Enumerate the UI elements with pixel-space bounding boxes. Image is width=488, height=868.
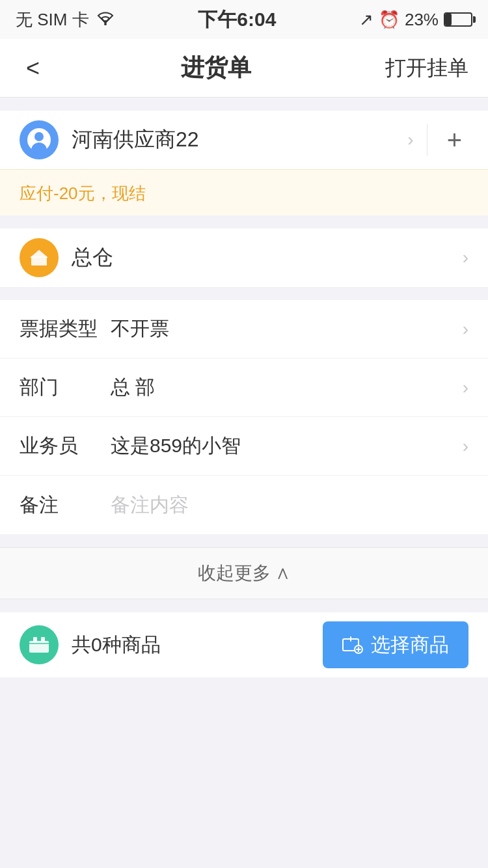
- wifi-icon: [96, 10, 115, 30]
- svg-rect-1: [31, 256, 47, 265]
- divider: [427, 124, 427, 156]
- svg-point-0: [104, 23, 107, 25]
- notice-text: 应付-20元，现结: [20, 183, 146, 203]
- svg-rect-4: [33, 637, 37, 642]
- open-pending-button[interactable]: 打开挂单: [385, 54, 468, 83]
- supplier-avatar: [20, 120, 59, 159]
- warehouse-icon: [20, 238, 59, 277]
- svg-rect-5: [41, 637, 45, 642]
- supplier-section: 河南供应商22 › + 应付-20元，现结: [0, 111, 488, 215]
- staff-chevron-icon: ›: [463, 436, 468, 457]
- status-time: 下午6:04: [198, 7, 276, 33]
- status-bar: 无 SIM 卡 下午6:04 ↗ ⏰ 23%: [0, 0, 488, 39]
- dept-label: 部门: [20, 374, 98, 401]
- location-icon: ↗: [359, 10, 373, 30]
- remark-label: 备注: [20, 492, 98, 519]
- product-bar: 共0种商品 选择商品: [0, 612, 488, 677]
- collapse-row[interactable]: 收起更多 ∧: [0, 547, 488, 599]
- notice-banner: 应付-20元，现结: [0, 169, 488, 215]
- product-icon: [20, 625, 59, 664]
- dept-value: 总 部: [98, 374, 456, 401]
- invoice-row[interactable]: 票据类型 不开票 ›: [0, 300, 488, 359]
- status-carrier: 无 SIM 卡: [16, 8, 115, 31]
- status-indicators: ↗ ⏰ 23%: [359, 10, 472, 30]
- invoice-value: 不开票: [98, 316, 456, 342]
- section-gap-2: [0, 215, 488, 228]
- avatar-inner: [27, 128, 51, 152]
- supplier-name: 河南供应商22: [72, 126, 401, 154]
- remark-row[interactable]: 备注 备注内容: [0, 476, 488, 534]
- warehouse-name: 总仓: [72, 243, 456, 272]
- supplier-row[interactable]: 河南供应商22 › +: [0, 111, 488, 169]
- section-gap-1: [0, 98, 488, 111]
- svg-marker-2: [30, 250, 48, 258]
- staff-row[interactable]: 业务员 这是859的小智 ›: [0, 417, 488, 476]
- select-product-button[interactable]: 选择商品: [323, 621, 468, 668]
- form-section: 票据类型 不开票 › 部门 总 部 › 业务员 这是859的小智 › 备注 备注…: [0, 300, 488, 534]
- invoice-chevron-icon: ›: [463, 319, 468, 340]
- battery-icon: [444, 12, 472, 27]
- nav-bar: < 进货单 打开挂单: [0, 39, 488, 98]
- carrier-text: 无 SIM 卡: [16, 8, 89, 31]
- svg-rect-3: [29, 641, 49, 653]
- add-supplier-button[interactable]: +: [441, 126, 468, 155]
- product-count: 共0种商品: [72, 632, 323, 658]
- alarm-icon: ⏰: [379, 10, 400, 30]
- back-button[interactable]: <: [20, 48, 46, 88]
- staff-label: 业务员: [20, 433, 98, 459]
- page-title: 进货单: [181, 52, 251, 84]
- dept-chevron-icon: ›: [463, 377, 468, 398]
- staff-value: 这是859的小智: [98, 433, 456, 459]
- select-product-label: 选择商品: [371, 632, 449, 658]
- dept-row[interactable]: 部门 总 部 ›: [0, 359, 488, 417]
- warehouse-chevron-icon: ›: [463, 247, 468, 268]
- warehouse-row[interactable]: 总仓 ›: [0, 228, 488, 287]
- invoice-label: 票据类型: [20, 316, 98, 342]
- collapse-text: 收起更多 ∧: [198, 561, 291, 586]
- battery-percent: 23%: [405, 10, 439, 30]
- supplier-chevron-icon: ›: [407, 129, 413, 150]
- remark-input[interactable]: 备注内容: [98, 492, 468, 519]
- bottom-area: [0, 677, 488, 868]
